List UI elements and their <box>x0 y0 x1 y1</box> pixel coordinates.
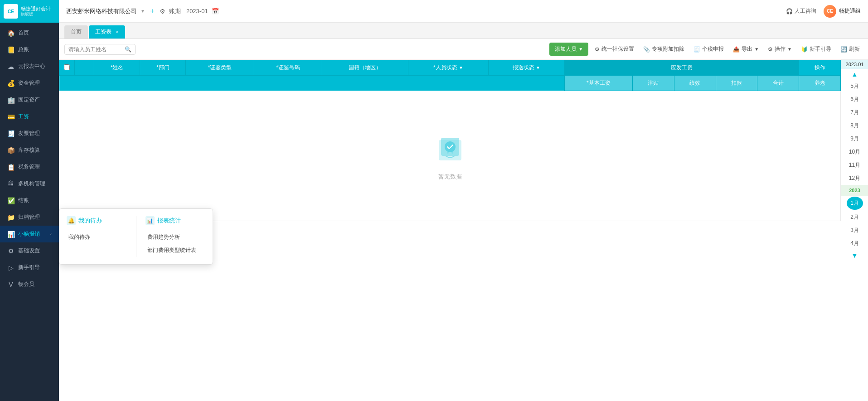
popup-col-report: 📊 报表统计 费用趋势分析 部门费用类型统计表 <box>145 216 206 257</box>
salary-icon: 💳 <box>7 113 15 121</box>
popup-item-pending[interactable]: 我的待办 <box>67 231 127 244</box>
expense-icon: 📊 <box>7 231 15 238</box>
month-item-12[interactable]: 12月 <box>841 172 868 185</box>
individual-tax-button[interactable]: 🧾 个税申报 <box>691 43 727 55</box>
headset-icon: 🎧 <box>786 8 793 14</box>
tax-icon: 📋 <box>7 164 15 171</box>
sidebar-item-home[interactable]: 🏠 首页 <box>0 24 59 41</box>
company-name: 西安虾米网络科技有限公司 <box>66 7 137 15</box>
add-company-button[interactable]: ＋ <box>149 6 156 16</box>
month-item-9[interactable]: 9月 <box>841 132 868 145</box>
th-basic-salary: *基本工资 <box>564 76 632 91</box>
sidebar-item-xiaochangxiao[interactable]: 📊 小畅报销 ‹ <box>0 226 59 242</box>
th-deduction: 扣款 <box>716 76 757 91</box>
app-logo: CE 畅捷通好会计 旗舰版 <box>0 0 59 23</box>
export-button[interactable]: 📤 导出 ▼ <box>730 43 761 55</box>
th-dept: *部门 <box>140 60 186 76</box>
select-all-checkbox[interactable] <box>64 64 70 70</box>
operate-icon: ⚙ <box>768 46 773 53</box>
sidebar-item-member[interactable]: V 畅会员 <box>0 276 59 293</box>
sidebar-item-basic-settings[interactable]: ⚙ 基础设置 <box>0 242 59 259</box>
search-box: 🔍 <box>64 44 136 55</box>
fund-icon: 💰 <box>7 80 15 87</box>
guide-icon: ▷ <box>7 264 15 271</box>
sidebar-item-checkout[interactable]: ✅ 结账 <box>0 192 59 209</box>
sidebar-item-fund[interactable]: 💰 资金管理 <box>0 75 59 92</box>
user-menu[interactable]: CE 畅捷通组 <box>824 5 861 18</box>
special-deduct-button[interactable]: 📎 专项附加扣除 <box>640 43 687 55</box>
add-person-button[interactable]: 添加人员 ▼ <box>549 43 588 56</box>
new-guide-button[interactable]: 🔰 新手引导 <box>798 43 834 55</box>
th-pension: 养老 <box>799 76 841 91</box>
period-label: 账期 <box>169 7 181 15</box>
month-item-10[interactable]: 10月 <box>841 145 868 159</box>
month-item-8[interactable]: 8月 <box>841 119 868 132</box>
sidebar-item-cloud-report[interactable]: ☁ 云报表中心 <box>0 58 59 75</box>
settings-button[interactable]: ⚙ <box>160 8 165 15</box>
period-col-header: 2023.01 <box>841 60 868 69</box>
th-report-status: 报送状态 ▼ <box>488 60 564 76</box>
tab-home[interactable]: 首页 <box>64 25 88 39</box>
refresh-icon: 🔄 <box>840 46 847 53</box>
search-input[interactable] <box>68 46 123 53</box>
sidebar-item-multi-org[interactable]: 🏛 多机构管理 <box>0 175 59 192</box>
sidebar: CE 畅捷通好会计 旗舰版 🏠 首页 📒 总账 ☁ 云报表中心 💰 资金管理 🏢… <box>0 0 59 401</box>
popup-col-pending: 🔔 我的待办 我的待办 <box>67 216 127 257</box>
tab-salary-table[interactable]: 工资表 × <box>89 25 125 39</box>
month-scroll-down[interactable]: ▼ <box>841 250 868 261</box>
operate-button[interactable]: ⚙ 操作 ▼ <box>765 43 795 55</box>
report-icon: 📊 <box>145 216 155 225</box>
sidebar-item-archive[interactable]: 📁 归档管理 <box>0 209 59 226</box>
close-tab-button[interactable]: × <box>116 29 118 34</box>
sidebar-item-inventory[interactable]: 📦 库存核算 <box>0 142 59 159</box>
sidebar-item-salary[interactable]: 💳 工资 <box>0 108 59 125</box>
logo-icon: CE <box>4 4 18 19</box>
multi-org-icon: 🏛 <box>7 180 15 188</box>
salary-table: *姓名 *部门 *证鉴类型 *证鉴号码 国籍（地区） *人员状态 ▼ 报送状态 … <box>59 60 841 221</box>
sidebar-item-ledger[interactable]: 📒 总账 <box>0 41 59 58</box>
month-item-6[interactable]: 6月 <box>841 93 868 106</box>
th-country: 国籍（地区） <box>322 60 408 76</box>
inventory-icon: 📦 <box>7 147 15 154</box>
svg-point-4 <box>451 152 453 154</box>
toolbar-actions: 添加人员 ▼ ⚙ 统一社保设置 📎 专项附加扣除 🧾 个税申报 📤 导 <box>549 43 863 56</box>
sidebar-item-invoice[interactable]: 🧾 发票管理 <box>0 125 59 142</box>
company-dropdown-arrow[interactable]: ▼ <box>141 9 145 14</box>
special-deduct-icon: 📎 <box>643 46 650 53</box>
invoice-icon: 🧾 <box>7 130 15 137</box>
period-calendar-icon[interactable]: 📅 <box>212 8 219 14</box>
popup-item-cost-trend[interactable]: 费用趋势分析 <box>145 231 206 244</box>
th-total: 合计 <box>757 76 799 91</box>
month-item-5[interactable]: 5月 <box>841 80 868 93</box>
tabbar: 首页 工资表 × <box>59 23 868 39</box>
empty-state: 暂无数据 <box>64 95 836 217</box>
month-scroll-up[interactable]: ▲ <box>841 69 868 80</box>
service-button[interactable]: 🎧 人工咨询 <box>786 7 816 15</box>
month-item-7[interactable]: 7月 <box>841 106 868 119</box>
social-security-button[interactable]: ⚙ 统一社保设置 <box>592 43 637 55</box>
th-allowance: 津贴 <box>633 76 674 91</box>
month-item-4[interactable]: 4月 <box>841 237 868 250</box>
sidebar-item-new-guide[interactable]: ▷ 新手引导 <box>0 259 59 276</box>
member-icon: V <box>7 281 15 288</box>
ledger-icon: 📒 <box>7 46 15 53</box>
th-should-pay: 应发工资 <box>564 60 799 76</box>
th-cert-type: *证鉴类型 <box>186 60 254 76</box>
month-item-2[interactable]: 2月 <box>841 211 868 224</box>
month-item-11[interactable]: 11月 <box>841 159 868 172</box>
popup-item-dept-cost[interactable]: 部门费用类型统计表 <box>145 244 206 257</box>
sidebar-item-fixed-assets[interactable]: 🏢 固定资产 <box>0 92 59 108</box>
th-personnel-status: *人员状态 ▼ <box>408 60 488 76</box>
new-guide-icon: 🔰 <box>801 46 808 53</box>
individual-tax-icon: 🧾 <box>693 46 700 53</box>
month-item-1[interactable]: 1月 <box>847 197 863 210</box>
th-checkbox[interactable] <box>59 60 75 76</box>
cloud-icon: ☁ <box>7 63 15 70</box>
sidebar-item-tax[interactable]: 📋 税务管理 <box>0 159 59 175</box>
th-performance: 绩效 <box>674 76 716 91</box>
social-security-icon: ⚙ <box>595 46 600 53</box>
period-value: 2023-01 <box>186 8 208 14</box>
refresh-button[interactable]: 🔄 刷新 <box>838 43 863 55</box>
month-item-3[interactable]: 3月 <box>841 224 868 237</box>
empty-text: 暂无数据 <box>438 173 462 181</box>
